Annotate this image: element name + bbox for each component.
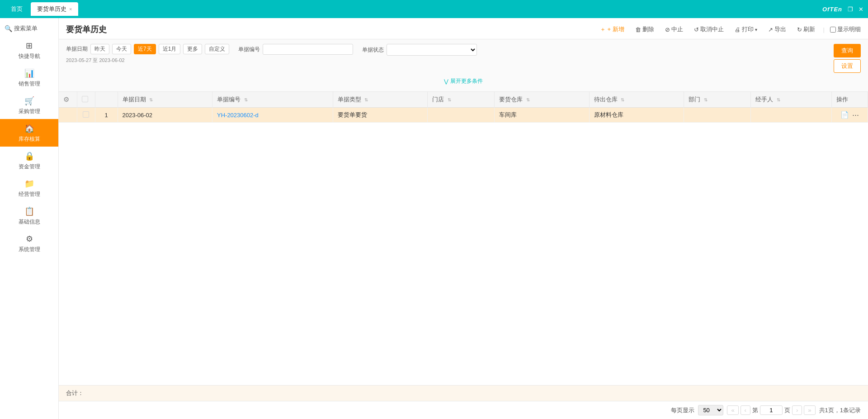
toolbar: ＋ + 新增 🗑 删除 ⊘ 中止 ↺ 取消中止 🖨 打印 [597, 24, 861, 35]
row-checkbox[interactable] [77, 108, 95, 123]
date-btn-7days[interactable]: 近7天 [134, 44, 156, 54]
date-btn-custom[interactable]: 自定义 [205, 44, 229, 54]
col-date-sort-icon[interactable]: ⇅ [149, 97, 153, 102]
expand-more-btn[interactable]: ⋁ 展开更多条件 [444, 76, 483, 87]
sidebar-item-quick-nav[interactable]: ⊞ 快捷导航 [0, 36, 58, 64]
pg-first-btn[interactable]: « [727, 405, 738, 415]
filter-actions: 查询 设置 [834, 44, 861, 73]
operations-icon: 📁 [24, 179, 34, 189]
sidebar-item-operations[interactable]: 📁 经营管理 [0, 174, 58, 202]
top-bar-right: OfTEn ❐ ✕ [822, 6, 863, 13]
order-no-input[interactable] [263, 44, 353, 55]
pg-next-btn[interactable]: › [792, 405, 802, 415]
col-req-warehouse-label: 要货仓库 [499, 96, 523, 103]
date-range-display: 2023-05-27 至 2023-06-02 [66, 57, 229, 64]
table-header-row: ⚙ 单据日期 ⇅ 单据编号 ⇅ [59, 92, 868, 108]
sidebar-search[interactable]: 🔍 搜索菜单 [0, 21, 58, 36]
row-more-icon[interactable]: ⋯ [852, 111, 859, 119]
query-button[interactable]: 查询 [834, 44, 861, 57]
cancel-stop-button[interactable]: ↺ 取消中止 [691, 24, 726, 35]
col-pending-warehouse-sort-icon[interactable]: ⇅ [621, 97, 624, 102]
col-header-settings: ⚙ [59, 92, 77, 108]
refresh-button[interactable]: ↻ 刷新 [794, 24, 818, 35]
page-size-select[interactable]: 50 20 100 [698, 405, 723, 415]
base-info-icon: 📋 [24, 206, 34, 216]
settings-gear-icon[interactable]: ⚙ [63, 95, 69, 103]
col-header-department: 部门 ⇅ [684, 92, 751, 108]
sidebar-item-label: 采购管理 [19, 108, 40, 115]
pg-input[interactable] [760, 405, 783, 415]
col-header-ops: 操作 [832, 92, 868, 108]
row-req-warehouse: 车间库 [495, 108, 590, 123]
pg-last-btn[interactable]: » [804, 405, 815, 415]
setting-button[interactable]: 设置 [834, 59, 861, 73]
display-cell-button[interactable]: 显示明细 [830, 25, 861, 33]
select-all-checkbox[interactable] [82, 96, 88, 102]
data-table: ⚙ 单据日期 ⇅ 单据编号 ⇅ [59, 92, 868, 123]
pagination-bar: 每页显示 50 20 100 « ‹ 第 页 › » 共1页，1条记录 [59, 401, 868, 419]
status-label: 单据状态 [362, 46, 384, 54]
col-req-warehouse-sort-icon[interactable]: ⇅ [526, 97, 530, 102]
stop-label: 中止 [671, 25, 683, 33]
print-label: 打印 [742, 25, 754, 33]
tab-home-label: 首页 [11, 5, 23, 13]
row-view-icon[interactable]: 📄 [840, 111, 849, 119]
row-num: 1 [95, 108, 118, 123]
date-btn-1month[interactable]: 近1月 [159, 44, 181, 54]
new-button[interactable]: ＋ + 新增 [597, 24, 627, 35]
print-icon: 🖨 [735, 26, 741, 33]
print-button[interactable]: 🖨 打印 ▾ [732, 24, 760, 35]
tab-history-close[interactable]: × [69, 6, 72, 12]
table-wrapper: ⚙ 单据日期 ⇅ 单据编号 ⇅ [59, 92, 868, 385]
cancel-stop-label: 取消中止 [700, 25, 724, 33]
expand-icon: ⋁ [444, 78, 448, 85]
filter-status-controls: 单据状态 [362, 44, 477, 56]
order-no-label: 单据编号 [238, 46, 260, 53]
filter-date-controls: 单据日期 昨天 今天 近7天 近1月 更多 自定义 [66, 44, 229, 54]
close-btn[interactable]: ✕ [859, 6, 863, 13]
refresh-icon: ↻ [797, 26, 802, 33]
sidebar-item-purchase[interactable]: 🛒 采购管理 [0, 91, 58, 119]
sidebar-item-finance[interactable]: 🔒 资金管理 [0, 147, 58, 174]
summary-label: 合计： [66, 389, 84, 397]
page-header: 要货单历史 ＋ + 新增 🗑 删除 ⊘ 中止 ↺ 取消中止 [59, 18, 868, 39]
col-handler-sort-icon[interactable]: ⇅ [777, 97, 780, 102]
export-button[interactable]: ↗ 导出 [765, 24, 789, 35]
date-btn-today[interactable]: 今天 [112, 44, 131, 54]
col-order-no-sort-icon[interactable]: ⇅ [244, 97, 248, 102]
date-filter-label: 单据日期 [66, 45, 88, 53]
order-no-link[interactable]: YH-20230602-d [217, 112, 259, 119]
row-select-checkbox[interactable] [83, 111, 89, 118]
col-header-order-no: 单据编号 ⇅ [212, 92, 333, 108]
restore-btn[interactable]: ❐ [848, 6, 853, 13]
row-department [684, 108, 751, 123]
date-btn-more[interactable]: 更多 [183, 44, 202, 54]
col-store-sort-icon[interactable]: ⇅ [448, 97, 451, 102]
sidebar-item-base-info[interactable]: 📋 基础信息 [0, 202, 58, 229]
display-cell-label: 显示明细 [837, 25, 861, 33]
pg-total-info: 共1页，1条记录 [819, 406, 861, 414]
tab-history[interactable]: 要货单历史 × [31, 2, 78, 16]
col-department-label: 部门 [689, 96, 700, 103]
stop-button[interactable]: ⊘ 中止 [662, 24, 686, 35]
date-btn-yesterday[interactable]: 昨天 [90, 44, 109, 54]
sidebar-item-inventory[interactable]: 🏠 库存核算 [0, 119, 58, 147]
expand-label: 展开更多条件 [450, 77, 483, 85]
pg-input-suffix: 页 [784, 406, 790, 414]
status-select[interactable] [387, 44, 477, 56]
col-order-type-sort-icon[interactable]: ⇅ [364, 97, 368, 102]
row-pending-warehouse: 原材料仓库 [589, 108, 684, 123]
sidebar-item-sales[interactable]: 📊 销售管理 [0, 64, 58, 91]
finance-icon: 🔒 [24, 151, 34, 161]
row-order-type: 要货单要货 [333, 108, 428, 123]
delete-button[interactable]: 🗑 删除 [632, 24, 657, 35]
pg-prev-btn[interactable]: ‹ [741, 405, 750, 415]
sidebar-item-label: 快捷导航 [19, 52, 40, 60]
sidebar-item-system[interactable]: ⚙ 系统管理 [0, 229, 58, 257]
display-cell-checkbox[interactable] [830, 27, 836, 33]
row-handler [751, 108, 832, 123]
col-department-sort-icon[interactable]: ⇅ [704, 97, 708, 102]
col-date-label: 单据日期 [123, 96, 146, 103]
tab-home[interactable]: 首页 [5, 2, 29, 16]
print-dropdown-icon: ▾ [755, 27, 757, 32]
